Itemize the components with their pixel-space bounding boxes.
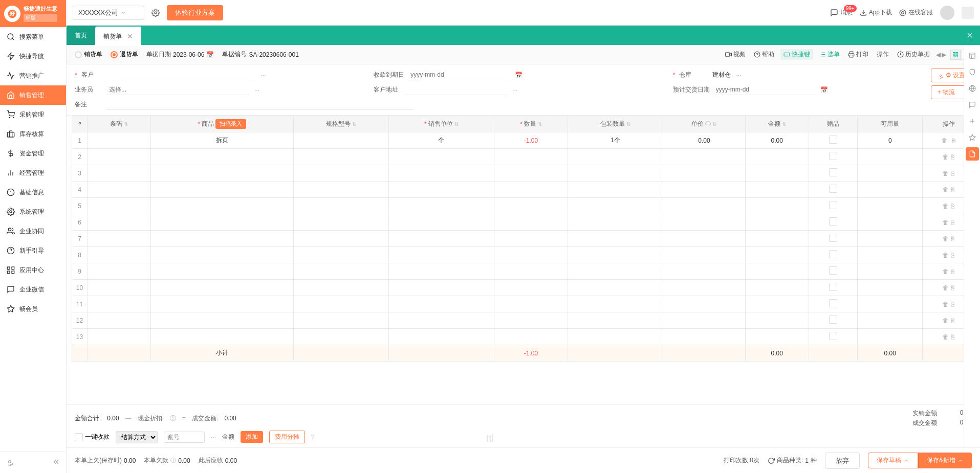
delete-row-icon[interactable]: 🗑 bbox=[943, 235, 949, 242]
tab-close-all[interactable] bbox=[966, 31, 980, 39]
copy-row-icon[interactable]: ⎘ bbox=[951, 333, 954, 341]
account-dots[interactable]: ··· bbox=[211, 434, 216, 441]
delete-row-icon[interactable]: 🗑 bbox=[943, 186, 949, 193]
customer-input[interactable] bbox=[113, 70, 256, 80]
delete-row-icon[interactable]: 🗑 bbox=[943, 202, 949, 210]
one-click-pay-check[interactable] bbox=[75, 433, 83, 441]
copy-row-icon[interactable]: ⎘ bbox=[951, 235, 954, 242]
footer-help-icon[interactable]: ? bbox=[311, 434, 315, 441]
add-button[interactable]: 添加 bbox=[241, 431, 263, 443]
delete-row-icon[interactable]: 🗑 bbox=[943, 153, 949, 161]
sidebar-item-member[interactable]: 畅会员 bbox=[0, 299, 66, 319]
one-click-pay-checkbox[interactable]: 一键收款 bbox=[75, 433, 110, 441]
delete-row-icon[interactable]: 🗑 bbox=[943, 268, 949, 275]
sidebar-item-marketing[interactable]: 营销推广 bbox=[0, 66, 66, 85]
app-download-button[interactable]: App下载 bbox=[860, 8, 892, 17]
payment-due-input[interactable] bbox=[407, 70, 510, 80]
delete-row-icon[interactable]: 🗑 bbox=[943, 317, 949, 324]
copy-row-icon[interactable]: ⎘ bbox=[951, 153, 954, 161]
sidebar-item-sys-mgmt[interactable]: 系统管理 bbox=[0, 202, 66, 221]
header-gear-button[interactable] bbox=[148, 6, 163, 20]
delete-row-icon[interactable]: 🗑 bbox=[943, 170, 949, 177]
salesperson-dots[interactable]: ··· bbox=[254, 86, 259, 94]
discount-info-icon[interactable]: ⓘ bbox=[170, 414, 176, 423]
help-button[interactable]: 帮助 bbox=[752, 49, 776, 60]
print-button[interactable]: 打印 bbox=[846, 49, 870, 60]
history-button[interactable]: 历史单据 bbox=[895, 49, 932, 60]
warehouse-dots[interactable]: ··· bbox=[736, 72, 741, 79]
customer-addr-input[interactable] bbox=[405, 84, 507, 95]
overdue-info-icon[interactable]: ⓘ bbox=[170, 457, 176, 464]
copy-row-icon[interactable]: ⎘ bbox=[951, 170, 954, 177]
online-service-button[interactable]: 在线客服 bbox=[899, 8, 933, 17]
video-button[interactable]: 视频 bbox=[723, 49, 748, 60]
sidebar-item-beginner[interactable]: 新手引导 bbox=[0, 241, 66, 260]
expected-date-calendar-icon[interactable]: 📅 bbox=[820, 86, 828, 94]
delete-row-icon[interactable]: 🗑 bbox=[943, 301, 949, 308]
row-price[interactable]: 0.00 bbox=[663, 132, 745, 149]
delete-row-icon[interactable]: 🗑 bbox=[942, 137, 948, 144]
calc-method-select[interactable]: 结算方式 bbox=[116, 431, 158, 443]
panel-icon-6[interactable] bbox=[966, 131, 979, 144]
tab-home[interactable]: 首页 bbox=[67, 26, 95, 45]
copy-row-icon[interactable]: ⎘ bbox=[951, 202, 954, 210]
radio-return[interactable]: 退货单 bbox=[111, 50, 138, 59]
panel-icon-4[interactable] bbox=[966, 98, 979, 111]
message-button[interactable]: 消息 99+ bbox=[830, 8, 853, 17]
copy-row-icon[interactable]: ⎘ bbox=[951, 186, 954, 193]
row-qty[interactable]: -1.00 bbox=[494, 132, 568, 149]
next-arrow[interactable]: ▶ bbox=[942, 51, 946, 58]
delete-row-icon[interactable]: 🗑 bbox=[943, 284, 949, 291]
avatar[interactable] bbox=[940, 6, 954, 20]
customer-addr-dots[interactable]: ··· bbox=[512, 86, 517, 94]
tab-sales-order[interactable]: 销货单 ✕ bbox=[95, 27, 141, 46]
delete-row-icon[interactable]: 🗑 bbox=[943, 219, 949, 226]
shortcuts-button[interactable]: 快捷键 bbox=[780, 49, 813, 60]
collapse-icon[interactable] bbox=[52, 457, 61, 468]
gift-checkbox[interactable] bbox=[829, 136, 837, 144]
sidebar-item-enterprise[interactable]: 企业协同 bbox=[0, 221, 66, 241]
prev-arrow[interactable]: ◀ bbox=[936, 51, 941, 58]
delete-row-icon[interactable]: 🗑 bbox=[943, 333, 949, 341]
refresh-icon[interactable] bbox=[768, 457, 775, 464]
panel-icon-2[interactable] bbox=[966, 65, 979, 79]
sidebar-item-ops[interactable]: 经营管理 bbox=[0, 163, 66, 183]
sidebar-item-wecom[interactable]: 企业微信 bbox=[0, 280, 66, 299]
abandon-button[interactable]: 放弃 bbox=[825, 453, 860, 469]
row-spec[interactable] bbox=[293, 132, 388, 149]
panel-icon-7[interactable] bbox=[966, 147, 979, 161]
copy-row-icon[interactable]: ⎘ bbox=[951, 219, 954, 226]
choose-button[interactable]: 选单 bbox=[817, 49, 842, 60]
sidebar-item-search-order[interactable]: 搜索菜单 bbox=[0, 27, 66, 47]
sidebar-item-app-center[interactable]: 应用中心 bbox=[0, 260, 66, 280]
save-draft-button[interactable]: 保存草稿 bbox=[868, 453, 918, 468]
salesperson-input[interactable] bbox=[106, 84, 249, 95]
scan-barcode-button[interactable]: 扫码录入 bbox=[215, 119, 246, 129]
user-menu-icon[interactable] bbox=[962, 7, 974, 19]
delete-row-icon[interactable]: 🗑 bbox=[943, 252, 949, 259]
trial-button[interactable]: 体验行业方案 bbox=[167, 5, 223, 20]
account-input[interactable] bbox=[164, 432, 205, 443]
copy-row-icon[interactable]: ⎘ bbox=[951, 252, 954, 259]
panel-icon-3[interactable] bbox=[966, 82, 979, 95]
copy-row-icon[interactable]: ⎘ bbox=[951, 317, 954, 324]
expense-split-button[interactable]: 费用分摊 bbox=[269, 431, 305, 443]
sidebar-item-purchase-mgmt[interactable]: 采购管理 bbox=[0, 105, 66, 124]
th-settings[interactable] bbox=[72, 116, 88, 132]
row-gift[interactable] bbox=[809, 132, 858, 149]
radio-sales[interactable]: 销货单 bbox=[75, 50, 102, 59]
sidebar-item-inventory[interactable]: 库存核算 bbox=[0, 124, 66, 144]
calendar-icon[interactable]: 📅 bbox=[206, 51, 214, 58]
copy-row-icon[interactable]: ⎘ bbox=[951, 268, 954, 275]
row-barcode[interactable] bbox=[88, 132, 151, 149]
grid-view-btn[interactable] bbox=[950, 50, 961, 60]
actions-button[interactable]: 操作 bbox=[875, 49, 891, 60]
sidebar-item-quick-nav[interactable]: 快捷导航 bbox=[0, 47, 66, 66]
expected-date-input[interactable] bbox=[713, 84, 815, 95]
panel-icon-1[interactable] bbox=[966, 49, 979, 62]
copy-row-icon[interactable]: ⎘ bbox=[952, 137, 955, 144]
settings-icon[interactable] bbox=[5, 457, 14, 468]
company-select[interactable]: XXXXXX公司 bbox=[73, 6, 144, 20]
copy-row-icon[interactable]: ⎘ bbox=[951, 284, 954, 291]
panel-icon-5[interactable] bbox=[966, 115, 979, 128]
